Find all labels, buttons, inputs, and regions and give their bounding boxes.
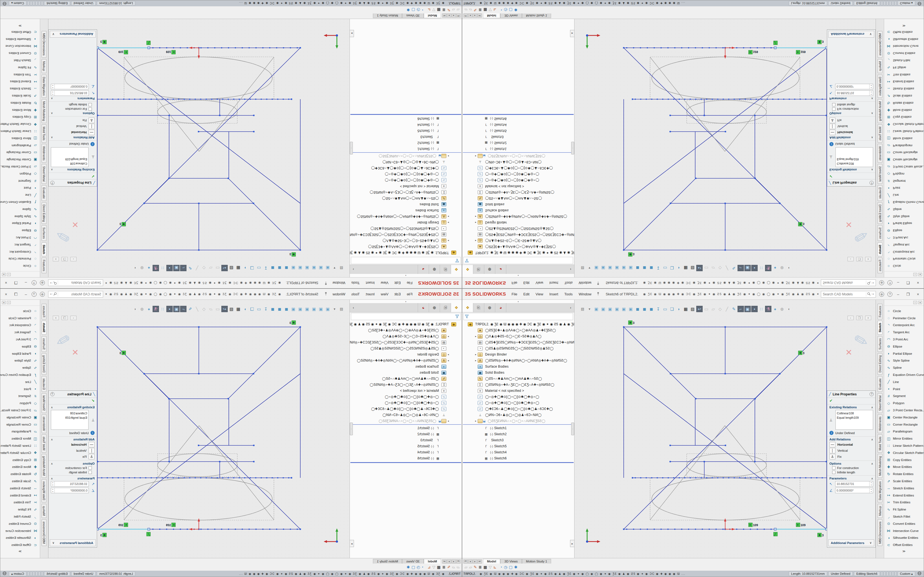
bottom-toolbar-icon[interactable]: ✎ [447, 8, 451, 12]
equal-relation-badge[interactable]: =109 [796, 523, 806, 527]
document-tab[interactable]: 3D Views [402, 559, 423, 564]
menu-item[interactable]: Window [576, 280, 594, 286]
tool-item[interactable]: ⊖ Ellipse [0, 227, 40, 234]
pin-icon[interactable] [324, 280, 328, 285]
pencil3-relation-badge[interactable]: ✚3 [289, 253, 296, 256]
tool-item[interactable]: ∿ Spline [884, 206, 924, 213]
toolbar-icon[interactable]: ● [146, 265, 152, 271]
toolbar-icon[interactable]: ◼ [276, 306, 283, 312]
commandmanager-tab[interactable]: Features [42, 258, 47, 273]
tree-item[interactable]: Γ (-) Sketch4 [350, 122, 462, 128]
tool-item[interactable]: ∿ Fit Spline [0, 506, 40, 513]
close-button[interactable]: × [2, 291, 10, 297]
toolbar-icon[interactable]: ╱ [194, 306, 200, 312]
tree-item[interactable]: ◔ ◯Ƨ5♟◎Ƨ5ИNƐƧ5◯∘◯5ƧƐNИ5Ƨ◎♟5Ƨ◯ [350, 345, 462, 351]
tool-item[interactable]: ▱ 3 Point Center Recta... [0, 407, 40, 414]
bottom-toolbar-icon[interactable]: ✎ [474, 8, 477, 12]
toolbar-icon[interactable]: ⌐ [738, 265, 744, 271]
tool-item[interactable]: ↔ Stretch Entities [884, 485, 924, 492]
commandmanager-tab[interactable]: Surfaces [42, 225, 47, 241]
bottom-toolbar-icon[interactable]: ▱ [452, 8, 455, 12]
tab-featuremanager-tree[interactable]: ❖ [462, 303, 473, 312]
bottom-toolbar-icon[interactable]: ◔ [500, 8, 502, 12]
pencil3-relation-badge[interactable]: ✚3 [100, 533, 107, 537]
commandmanager-tab[interactable]: Direct Editing [42, 353, 47, 374]
pin-icon[interactable] [596, 292, 600, 297]
tool-item[interactable]: ⊞ Copy Entities [0, 456, 40, 464]
toolbar-icon[interactable]: ◼ [283, 306, 289, 312]
close-button[interactable]: × [2, 280, 10, 286]
commandmanager-tab[interactable]: Sheet Metal [877, 164, 882, 184]
tool-item[interactable]: ↦ Extend Entities [884, 492, 924, 499]
tree-item[interactable]: ◼ Solid Bodies [350, 369, 462, 376]
toolbar-icon[interactable]: ∷ [160, 265, 166, 271]
tree-item[interactable]: ★ ◯Ƨ5ƷƐ✚∘♟◎ΛA⊕◯∘◯⊕AΛ◎♟∘✚ƐƷ5Ƨ◯ [462, 244, 574, 250]
add-relation-button[interactable]: — Horizontal [48, 129, 97, 135]
bottom-toolbar-icon[interactable]: ≣ [478, 8, 482, 12]
bottom-toolbar-icon[interactable]: ◷ [504, 8, 507, 12]
tool-item[interactable]: ⊂ Offset Entities [0, 29, 40, 36]
tree-item[interactable]: Γ (-) Sketch4 [350, 449, 462, 455]
bottom-toolbar-icon[interactable]: ▢ [411, 565, 415, 569]
add-relations-section[interactable]: Add Relations ∧ [48, 436, 97, 442]
toolbar-icon[interactable]: ▨ [228, 306, 234, 312]
tab-displaymanager[interactable]: ◕ [418, 265, 429, 274]
tree-item[interactable]: ▸ A ◯Ƨ5ИN◎∘✚A✚◎ИNA◯∘◯ANИ◎✚A✚∘◎NИ5Ƨ◯ [462, 213, 574, 219]
tool-item[interactable]: ◞ Sketch Fillet [0, 57, 40, 64]
toolbar-icon[interactable]: ◗ [242, 265, 248, 271]
option-checkbox-row[interactable]: For construction [827, 107, 876, 111]
tool-item[interactable]: ◞ Sketch Fillet [0, 513, 40, 520]
tree-item[interactable]: ▦ (-) Sketch6 [350, 455, 462, 461]
doc-window-button[interactable]: × [53, 316, 59, 320]
tool-item[interactable]: ∿ Spline [884, 364, 924, 371]
toolbar-icon[interactable]: ◎ [139, 265, 145, 271]
search-icon[interactable] [866, 292, 871, 297]
tree-scrollbar-thumb[interactable]: ⋮ [350, 422, 353, 435]
user-account-icon[interactable]: ⊚ [40, 292, 45, 297]
toolbar-icon[interactable]: ◼ [270, 306, 276, 312]
globe-icon[interactable] [2, 1, 6, 6]
existing-relations-section[interactable]: Existing Relations ∧ [827, 168, 876, 173]
option-checkbox-row[interactable]: For construction [48, 466, 97, 470]
tree-item[interactable]: ◆ TЯPDL2. ◉ ƷƐ ◉ Ɯ ◉ ◉ ◉ ✚ ◉ ƆC ◉ ƷƐ ◉ ✦… [350, 250, 462, 256]
close-button[interactable]: × [914, 291, 922, 297]
bottom-toolbar-icon[interactable]: ⊾ [427, 8, 431, 12]
commandmanager-tab[interactable]: MBD Dimensions [42, 519, 47, 546]
tree-item[interactable]: ◼ Solid Bodies [350, 201, 462, 208]
toolbar-icon[interactable]: ❏ [249, 306, 255, 312]
status-profile-selector[interactable]: Custom ▴ [9, 1, 27, 6]
search-box[interactable]: ▾ [48, 280, 103, 286]
bottom-toolbar-icon[interactable]: ▽ [489, 565, 492, 569]
doc-window-button[interactable]: ▫ [70, 316, 76, 320]
restore-button[interactable]: ❐ [12, 280, 20, 286]
toolbar-icon[interactable]: ▣ [614, 265, 620, 271]
bottom-toolbar-icon[interactable]: ▦ [483, 565, 487, 569]
add-relation-button[interactable]: ⚓ Fix [48, 117, 97, 123]
tool-item[interactable]: ◜ Tangent Arc [884, 329, 924, 336]
toolbar-icon[interactable]: ▭ [703, 306, 709, 312]
tool-item[interactable]: ✂ Trim Entities [0, 71, 40, 78]
toolbar-icon[interactable]: ▾ [331, 306, 338, 312]
tab-nav-button[interactable]: ◂ [452, 13, 456, 18]
parameter-field[interactable]: 0.00000000° ▴▾ [51, 488, 89, 493]
tool-item[interactable]: ↻ Rotate Entities [0, 100, 40, 106]
bottom-toolbar-icon[interactable]: ▽ [432, 8, 435, 12]
tree-item[interactable]: ▦ (-) Sketch6 [462, 116, 574, 122]
search-dropdown-icon[interactable]: ▾ [50, 293, 53, 295]
tree-item[interactable]: Γ Sketch3 [350, 134, 462, 140]
panel-grip[interactable]: ● [462, 274, 574, 277]
tree-item[interactable]: ⊥ ◯ИN∘Ɔ6∘♟◎◯∘◯◎♟∘6Ɔ∘NИ◯ [350, 412, 462, 418]
commandmanager-tab[interactable]: Mold Tools [42, 434, 47, 453]
tree-item[interactable]: ▱ ◯✚ƐƆ6∩♟◯✱⊙[◯∘◯]⊙✱◯♟∩6ƆƐ✚◯ [462, 406, 574, 412]
parameters-section[interactable]: Parameters ∧ [827, 475, 876, 480]
tree-item[interactable]: ▦ (-) Sketch6 [350, 116, 462, 122]
search-icon[interactable] [53, 292, 58, 297]
option-checkbox-row[interactable]: For construction [48, 107, 97, 111]
status-profile-selector[interactable]: Custom ▴ [898, 1, 916, 6]
pencil3-relation-badge[interactable]: ✚3 [100, 40, 107, 44]
tool-item[interactable]: ▭ Corner Rectangle [0, 149, 40, 156]
commandmanager-tab[interactable]: Markup [42, 59, 47, 73]
tree-item[interactable]: Γ Sketch3 [462, 134, 574, 140]
panel-help-icon[interactable]: ? [50, 181, 55, 185]
checkbox[interactable] [89, 466, 92, 469]
